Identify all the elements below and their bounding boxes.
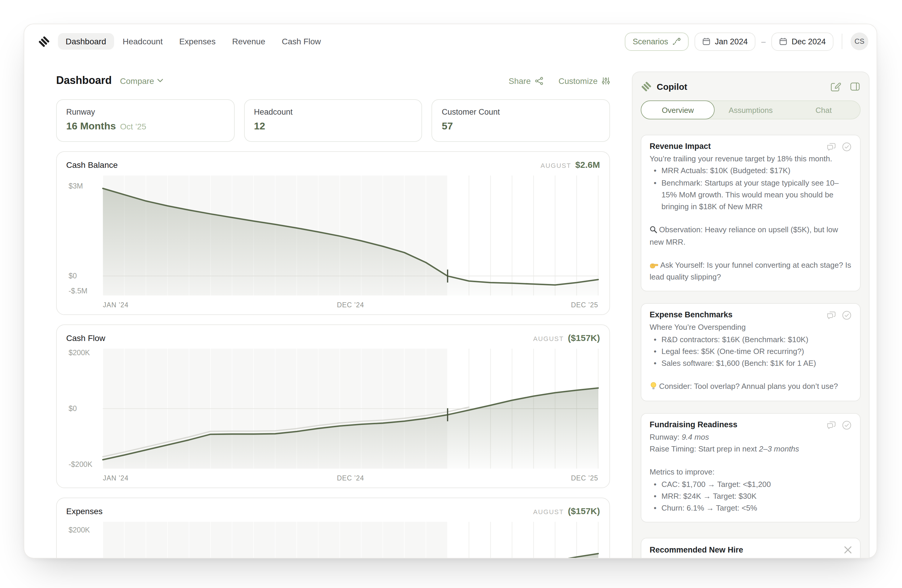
share-button[interactable]: Share [509,76,543,85]
svg-text:DEC ’24: DEC ’24 [337,301,364,309]
chart-title: Cash Balance [66,160,117,170]
ai-card-revenue-impact: Revenue ImpactYou’re trailing your reven… [641,135,861,292]
date-start-button[interactable]: Jan 2024 [695,32,755,50]
scenarios-button[interactable]: Scenarios [625,32,689,50]
paragraph: Consider: Tool overlap? Annual plans you… [650,381,852,393]
stat-value: 16 Months [66,120,116,132]
check-circle-icon[interactable] [842,142,852,152]
ai-card-title: Expense Benchmarks [650,311,733,319]
nav-item-dashboard[interactable]: Dashboard [58,33,114,50]
nav-item-cash-flow[interactable]: Cash Flow [274,33,329,50]
ai-card-body: Where You’re Overspending•R&D contractor… [650,322,852,393]
magnifier-icon [650,226,657,234]
bullet-item: •Legal fees: $5K (One-time OR recurring?… [650,346,852,358]
stat-label: Runway [66,108,224,116]
compare-dropdown[interactable]: Compare [120,76,163,85]
chart-period-value: $2.6M [575,160,600,170]
bullet-dot: • [654,479,661,491]
chart-title: Expenses [66,507,103,516]
paragraph: Where You’re Overspending [650,322,852,334]
copilot-cards: Revenue ImpactYou’re trailing your reven… [641,135,861,523]
chart-period-label: AUGUST [533,335,564,342]
expenses-card: Expenses AUGUST ($157K) $200K$0JAN ’24DE… [56,497,610,558]
chart-current-value: AUGUST ($157K) [533,333,600,343]
check-circle-icon[interactable] [842,420,852,430]
customize-button[interactable]: Customize [559,76,610,85]
date-range-separator: – [761,37,766,46]
stat-card-runway[interactable]: Runway16 MonthsOct ’25 [56,99,234,142]
tab-assumptions[interactable]: Assumptions [714,101,787,119]
feedback-chat-icon[interactable] [826,311,836,321]
feedback-chat-icon[interactable] [826,142,836,152]
user-avatar[interactable]: CS [850,33,868,50]
tab-overview[interactable]: Overview [641,100,715,119]
copilot-header-icons [830,81,861,92]
recommended-title: Recommended New Hire [650,546,743,555]
expenses-chart[interactable]: $200K$0JAN ’24DEC ’24DEC ’25 [65,519,601,558]
bullet-dot: • [654,502,661,514]
bullet-text: Legal fees: $5K (One-time OR recurring?) [661,346,804,358]
bullet-text: MRR: $24K → Target: $30K [661,491,756,503]
nav-item-expenses[interactable]: Expenses [171,33,223,50]
cash-balance-card: Cash Balance AUGUST $2.6M $3M$0-$.5MJAN … [56,151,610,315]
stat-label: Customer Count [442,108,600,116]
pointing-hand-icon [650,261,658,269]
svg-text:DEC ’25: DEC ’25 [571,474,598,482]
spacer [650,213,852,224]
topbar-right: Scenarios Jan 2024 – [625,32,868,50]
feedback-chat-icon[interactable] [826,420,836,430]
copilot-title: Copilot [657,81,687,92]
content: Dashboard Compare Share [24,58,877,558]
svg-text:$3M: $3M [69,182,83,190]
ai-card-body: You’re trailing your revenue target by 1… [650,153,852,283]
chart-period-label: AUGUST [533,508,564,515]
svg-text:DEC ’24: DEC ’24 [337,474,364,482]
copilot-header: Copilot [641,81,861,92]
chart-body: $200K$0JAN ’24DEC ’24DEC ’25 [57,517,609,558]
chart-period-value: ($157K) [568,333,600,343]
ai-card-header: Fundraising Readiness [650,420,852,430]
card-actions [826,142,852,152]
bullet-item: •Sales software: $1,600 (Bench: $1K for … [650,358,852,370]
scenarios-label: Scenarios [633,37,668,46]
nav-item-headcount[interactable]: Headcount [115,33,170,50]
stat-card-headcount[interactable]: Headcount12 [244,99,422,142]
stat-card-customer-count[interactable]: Customer Count57 [432,99,610,142]
cash-balance-chart[interactable]: $3M$0-$.5MJAN ’24DEC ’24DEC ’25 [65,173,601,311]
cash-flow-chart[interactable]: $200K$0-$200KJAN ’24DEC ’24DEC ’25 [65,346,601,484]
panel-toggle-icon[interactable] [849,81,861,92]
main-column: Dashboard Compare Share [56,58,610,558]
date-end-button[interactable]: Dec 2024 [771,32,833,50]
chart-period-label: AUGUST [540,162,571,169]
copilot-logo-icon [641,81,652,92]
tab-chat[interactable]: Chat [787,101,860,119]
compare-label: Compare [120,76,154,85]
ai-card-header: Expense Benchmarks [650,311,852,321]
chart-current-value: AUGUST $2.6M [540,160,600,170]
svg-text:$0: $0 [69,272,77,280]
bullet-dot: • [654,346,661,358]
recommended-header: Recommended New Hire [650,546,852,555]
chart-title: Cash Flow [66,333,105,343]
close-icon[interactable] [844,546,852,554]
card-actions [826,420,852,430]
paragraph: You’re trailing your revenue target by 1… [650,153,852,165]
paragraph: Ask Yourself: Is your funnel converting … [650,260,852,283]
nav-item-revenue[interactable]: Revenue [224,33,273,50]
spacer [650,455,852,466]
edit-icon[interactable] [830,81,841,92]
chart-body: $200K$0-$200KJAN ’24DEC ’24DEC ’25 [57,344,609,488]
paragraph: Observation: Heavy reliance on upsell ($… [650,224,852,248]
card-actions [826,311,852,321]
chart-header: Cash Balance AUGUST $2.6M [57,152,609,171]
stat-value: 12 [254,120,265,132]
share-label: Share [509,76,531,85]
check-circle-icon[interactable] [842,311,852,321]
app-window: DashboardHeadcountExpensesRevenueCash Fl… [24,24,877,558]
bullet-text: MRR Actuals: $10K (Budgeted: $17K) [661,165,790,177]
bullet-text: Churn: 6.1% → Target: <5% [661,502,757,514]
bullet-text: Benchmark: Startups at your stage typica… [661,177,852,213]
ai-card-body: Runway: 9.4 mosRaise Timing: Start prep … [650,431,852,514]
bullet-item: •Benchmark: Startups at your stage typic… [650,177,852,213]
cash-flow-card: Cash Flow AUGUST ($157K) $200K$0-$200KJA… [56,324,610,488]
